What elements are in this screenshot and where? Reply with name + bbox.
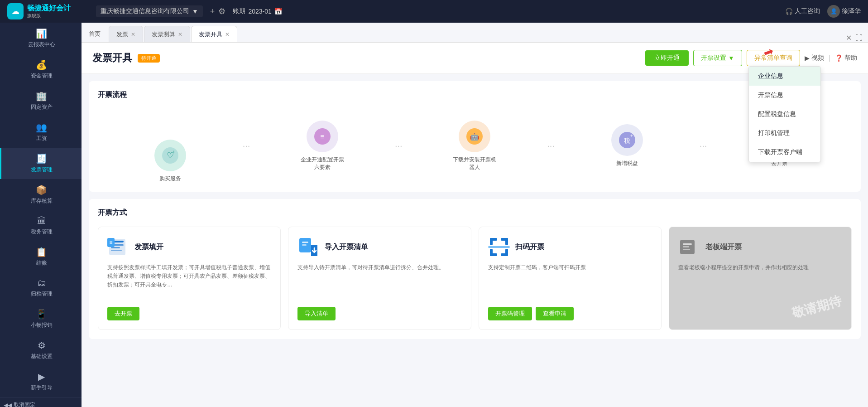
dropdown-item-download-client[interactable]: 下载开票客户端 [749,143,820,162]
help-button[interactable]: ❓ 帮助 [835,54,857,62]
sidebar-label-fund-manage: 资金管理 [31,72,53,80]
consult-button[interactable]: 🎧 人工咨询 [785,7,820,15]
sidebar-item-fund-manage[interactable]: 💰 资金管理 [0,54,82,85]
sidebar-label-invoice-manage: 发票管理 [31,166,53,174]
dropdown-item-printer[interactable]: 打印机管理 [749,124,820,143]
sidebar-item-fixed-assets[interactable]: 🏢 固定资产 [0,85,82,116]
method-title-boss: 老板端开票 [705,242,742,252]
svg-rect-16 [111,250,122,251]
invoice-manage-icon: 🧾 [36,153,47,164]
sidebar-item-tax-manage[interactable]: 🏛 税务管理 [0,210,82,241]
fund-manage-icon: 💰 [36,59,47,70]
sidebar-label-payroll: 工资 [36,135,47,142]
tab-invoice-calc-close[interactable]: ✕ [178,31,182,38]
header-actions: 🎧 人工咨询 👤 徐泽华 [785,5,861,18]
tax-manage-icon: 🏛 [37,216,46,226]
tab-invoice-label: 发票 [116,30,128,39]
user-profile[interactable]: 👤 徐泽华 [827,5,861,18]
dropdown-item-invoice-info[interactable]: 开票信息 [749,86,820,105]
sidebar-item-basic-settings[interactable]: ⚙ 基础设置 [0,334,82,366]
scan-code-manage-button[interactable]: 开票码管理 [488,307,532,320]
svg-text:≡: ≡ [109,239,112,246]
dropdown-item-tax-disk[interactable]: 配置税盘信息 [749,105,820,124]
play-icon: ▶ [805,54,810,62]
methods-section-title: 开票方式 [98,208,852,218]
flow-label-buy: 购买服务 [159,175,181,183]
page-title-area: 发票开具 待开通 [92,51,160,65]
scan-view-apply-button[interactable]: 查看申请 [536,307,574,320]
sidebar-label-cloud-report: 云报表中心 [28,41,55,48]
company-name: 重庆畅捷交通信息咨询有限公司 [101,7,189,15]
content-area: 首页 发票 ✕ 发票测算 ✕ 发票开具 ✕ ✕ ⛶ [82,23,868,407]
tab-home-label: 首页 [89,30,101,38]
method-desc-import: 支持导入待开票清单，可对待开票清单进行拆分、合并处理。 [297,263,461,300]
sidebar-item-invoice-manage[interactable]: 🧾 发票管理 [0,148,82,179]
fill-invoice-button[interactable]: 去开票 [107,307,139,320]
method-title-import: 导入开票清单 [325,242,368,252]
header-tools: + ⚙ [210,6,226,16]
pin-icon: ◀◀ [4,402,12,407]
sidebar-item-cloud-report[interactable]: 📊 云报表中心 [0,23,82,54]
sidebar-bottom[interactable]: ◀◀ 取消固定 [0,397,82,407]
flow-step-buy: ♡ + 购买服务 [98,109,243,183]
flow-label-config: 企业开通配置开票六要素 [300,156,345,171]
period-value[interactable]: 2023-01 [248,8,271,15]
svg-rect-33 [683,246,689,247]
dropdown-item-company-info[interactable]: 企业信息 [749,67,820,86]
sidebar-label-new-guide: 新手引导 [31,384,53,392]
sidebar-bottom-label: 取消固定 [14,401,35,407]
method-card-scan: 扫码开票 支持定制开票二维码，客户端可扫码开票 开票码管理 查看申请 [479,227,662,330]
tab-invoice[interactable]: 发票 ✕ [109,26,143,42]
svg-rect-29 [505,249,508,256]
sidebar-item-xiaochang[interactable]: 📱 小畅报销 [0,303,82,334]
sidebar-label-basic-settings: 基础设置 [31,353,53,360]
svg-rect-21 [302,244,307,246]
svg-rect-34 [683,249,690,250]
flow-section: 开票流程 ♡ + 购买服务 ··· [89,81,861,192]
chevron-down-icon: ▼ [728,54,734,62]
settings-button[interactable]: 开票设置 ▼ [693,50,742,66]
flow-label-tax-disk: 新增税盘 [616,160,638,167]
flow-arrow-4: ··· [700,141,707,151]
sidebar-item-settlement[interactable]: 📋 结账 [0,241,82,272]
status-badge: 待开通 [138,54,160,63]
maximize-window-button[interactable]: ⛶ [855,34,863,42]
method-header-boss: 老板端开票 [678,236,842,258]
page-actions: 立即开通 开票设置 ▼ 异常清单查询 ▶ 视频 | ❓ 帮助 [645,50,857,66]
sidebar-item-archive[interactable]: 🗂 归档管理 [0,272,82,303]
logo-text: 畅捷通好会计 [27,4,71,12]
add-tab-button[interactable]: + [210,7,215,16]
activate-button[interactable]: 立即开通 [645,50,689,66]
tab-controls: ✕ ⛶ [846,34,868,42]
method-title-fill: 发票填开 [134,242,163,252]
method-desc-scan: 支持定制开票二维码，客户端可扫码开票 [488,263,652,300]
sidebar-item-inventory[interactable]: 📦 库存核算 [0,179,82,210]
company-selector[interactable]: 重庆畅捷交通信息咨询有限公司 ▼ [96,5,203,17]
sidebar-item-payroll[interactable]: 👥 工资 [0,116,82,148]
tab-invoice-issue-close[interactable]: ✕ [225,31,230,38]
svg-rect-25 [505,238,508,245]
xiaochang-icon: 📱 [36,309,47,320]
method-header-import: 导入开票清单 [297,236,461,258]
tab-invoice-issue[interactable]: 发票开具 ✕ [191,26,237,42]
tab-invoice-calc[interactable]: 发票测算 ✕ [144,26,190,42]
page-title: 发票开具 [92,51,132,65]
video-button[interactable]: ▶ 视频 [805,54,824,62]
flow-step-config: ≡ 企业开通配置开票六要素 [250,121,395,171]
import-list-button[interactable]: 导入清单 [297,307,336,320]
method-card-fill: ≡ 发票填开 支持按照发票样式手工填开发票；可开具增值税电子普通发票、增值税普通… [98,227,281,330]
tab-invoice-close[interactable]: ✕ [131,31,135,38]
calendar-icon[interactable]: 📅 [274,8,282,15]
svg-text:税: 税 [624,137,630,144]
method-header-fill: ≡ 发票填开 [107,236,271,258]
close-window-button[interactable]: ✕ [846,34,852,42]
flow-icon-buy: ♡ + [154,140,186,171]
tab-home[interactable]: 首页 [82,26,108,42]
page-header: 发票开具 待开通 立即开通 开票设置 ▼ 异常清单查询 ▶ 视频 | [82,43,868,74]
svg-rect-32 [683,243,692,245]
top-header: ☁ 畅捷通好会计 旗舰版 重庆畅捷交通信息咨询有限公司 ▼ + ⚙ 账期 202… [0,0,868,23]
tab-invoice-issue-label: 发票开具 [199,30,222,39]
settings-icon[interactable]: ⚙ [218,6,225,16]
sidebar-item-new-guide[interactable]: ▶ 新手引导 [0,366,82,397]
method-actions-import: 导入清单 [297,307,461,320]
